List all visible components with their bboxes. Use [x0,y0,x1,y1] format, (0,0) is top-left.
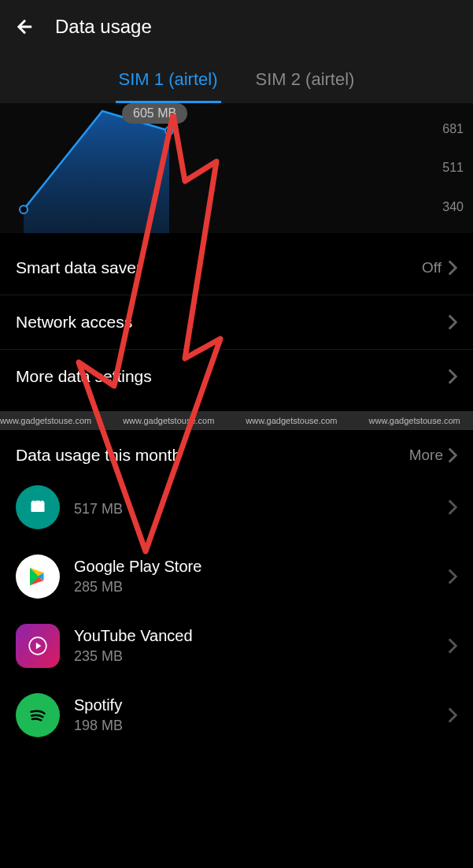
tab-sim1[interactable]: SIM 1 (airtel) [116,61,221,103]
app-usage-value: 517 MB [74,501,434,517]
chart-y-axis: 681 511 340 [442,103,464,233]
setting-network-access[interactable]: Network access [0,295,473,350]
svg-point-4 [34,500,35,502]
svg-point-5 [40,500,42,502]
chart-tooltip: 605 MB [122,103,187,124]
chevron-right-icon [448,569,457,584]
watermark-bar: www.gadgetstouse.comwww.gadgetstouse.com… [0,411,473,430]
tab-sim2[interactable]: SIM 2 (airtel) [253,61,358,103]
youtube-vanced-icon [16,624,60,668]
setting-smart-data-saver[interactable]: Smart data saver Off [0,241,473,295]
usage-chart: 605 MB 681 511 340 [0,103,473,233]
y-tick: 681 [442,122,464,136]
sim-tabs: SIM 1 (airtel) SIM 2 (airtel) [0,54,473,103]
app-row-spotify[interactable]: Spotify 198 MB [0,681,473,750]
chevron-right-icon [448,369,457,384]
usage-section-header: Data usage this month More [0,430,473,473]
setting-label: Network access [16,313,132,332]
app-usage-value: 285 MB [74,579,434,595]
setting-label: More data settings [16,367,152,386]
app-usage-value: 198 MB [74,718,434,734]
page-title: Data usage [55,16,152,38]
setting-label: Smart data saver [16,258,142,277]
play-store-icon [16,555,60,599]
chevron-right-icon [448,707,457,723]
chevron-right-icon [448,260,457,276]
svg-point-1 [20,206,28,213]
y-tick: 511 [442,161,464,175]
chevron-right-icon [448,314,457,330]
setting-more-data-settings[interactable]: More data settings [0,350,473,403]
app-row-playstore[interactable]: Google Play Store 285 MB [0,542,473,611]
chevron-right-icon [448,447,457,463]
y-tick: 340 [442,200,464,214]
app-usage-value: 235 MB [74,648,434,665]
svg-point-2 [165,127,173,135]
chevron-right-icon [448,638,457,654]
android-icon [16,485,60,529]
header-bar: Data usage [0,0,473,54]
usage-section-title: Data usage this month [16,446,181,465]
usage-more-link[interactable]: More [409,447,457,464]
app-name: Spotify [74,696,434,714]
app-name: YouTube Vanced [74,627,434,645]
app-row-android[interactable]: 517 MB [0,473,473,542]
app-name: Google Play Store [74,558,434,576]
back-arrow-icon[interactable] [14,16,36,38]
svg-rect-3 [32,503,43,511]
svg-marker-0 [24,111,169,233]
setting-value: Off [422,259,442,276]
spotify-icon [16,693,60,737]
app-row-youtube-vanced[interactable]: YouTube Vanced 235 MB [0,611,473,681]
settings-list: Smart data saver Off Network access More… [0,233,473,411]
chevron-right-icon [448,499,457,515]
area-chart-svg [0,103,473,233]
